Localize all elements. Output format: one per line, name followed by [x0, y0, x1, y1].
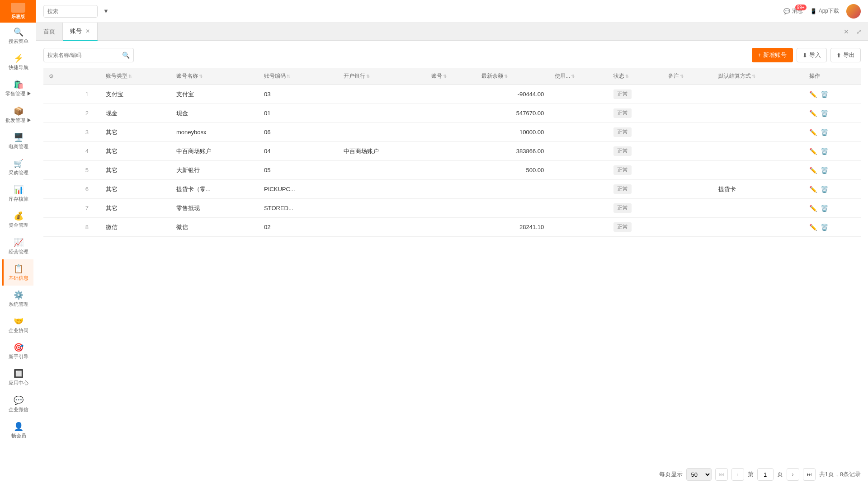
- next-page-button[interactable]: ›: [787, 468, 799, 481]
- export-button[interactable]: ⬆ 导出: [830, 48, 861, 62]
- delete-button[interactable]: 🗑️: [821, 129, 828, 136]
- sidebar-item-app-center[interactable]: 🔲 应用中心: [2, 364, 33, 390]
- message-badge: 99+: [795, 5, 807, 10]
- message-button[interactable]: 💬 消息 99+: [783, 7, 803, 15]
- edit-button[interactable]: ✏️: [809, 129, 817, 136]
- delete-button[interactable]: 🗑️: [821, 167, 828, 174]
- sidebar-item-new-guide[interactable]: 🎯 新手引导: [2, 338, 33, 364]
- accounts-table: ⚙账号类型⇅账号名称⇅账号编码⇅开户银行⇅账号⇅最新余额⇅使用...⇅状态⇅备注…: [43, 68, 861, 237]
- sidebar-item-inventory-check[interactable]: 📊 库存核算: [2, 180, 33, 206]
- header-dropdown[interactable]: ▼: [103, 8, 109, 14]
- sidebar-item-purchase-manage[interactable]: 🛒 采购管理: [2, 154, 33, 180]
- row-account: [426, 218, 476, 237]
- th-default_payment[interactable]: 默认结算方式⇅: [713, 68, 804, 85]
- edit-button[interactable]: ✏️: [809, 167, 817, 174]
- page-size-select[interactable]: 50 100 200: [686, 468, 712, 481]
- add-account-button[interactable]: + 新增账号: [752, 48, 793, 62]
- th-account[interactable]: 账号⇅: [426, 68, 476, 85]
- th-balance[interactable]: 最新余额⇅: [476, 68, 550, 85]
- page-number-input[interactable]: 1: [757, 468, 774, 481]
- row-name: 微信: [171, 218, 259, 237]
- edit-button[interactable]: ✏️: [809, 148, 817, 155]
- delete-button[interactable]: 🗑️: [821, 110, 828, 117]
- th-code[interactable]: 账号编码⇅: [259, 68, 338, 85]
- sidebar-item-member[interactable]: 👤 畅会员: [2, 417, 33, 443]
- edit-button[interactable]: ✏️: [809, 224, 817, 231]
- row-remark: [663, 199, 712, 218]
- row-status: 正常: [608, 161, 663, 180]
- th-status[interactable]: 状态⇅: [608, 68, 663, 85]
- tab-bar: 首页账号✕ ✕ ⤢: [36, 23, 868, 41]
- row-index: 7: [74, 199, 100, 218]
- search-box[interactable]: 🔍: [43, 48, 134, 62]
- row-settings: [43, 104, 74, 123]
- table-row: 3 其它 moneybosx 06 10000.00 正常 ✏️ 🗑️: [43, 123, 861, 142]
- row-settings: [43, 142, 74, 161]
- tab-home[interactable]: 首页: [36, 23, 63, 41]
- sidebar-icon-member: 👤: [14, 422, 24, 432]
- header-search-input[interactable]: [43, 5, 98, 18]
- settings-icon[interactable]: ⚙: [49, 73, 54, 80]
- row-balance: [476, 180, 550, 199]
- last-page-button[interactable]: ⏭: [803, 468, 816, 481]
- row-usage: [549, 161, 608, 180]
- row-remark: [663, 85, 712, 104]
- sidebar-icon-enterprise-protocol: 🤝: [14, 316, 24, 326]
- maximize-button[interactable]: ⤢: [854, 26, 864, 37]
- edit-button[interactable]: ✏️: [809, 186, 817, 193]
- app-icon: 📱: [810, 8, 817, 14]
- row-default-payment: [713, 123, 804, 142]
- edit-button[interactable]: ✏️: [809, 110, 817, 117]
- sidebar-icon-operation-manage: 📈: [14, 238, 24, 248]
- import-button[interactable]: ⬇ 导入: [797, 48, 827, 62]
- sort-icon-status: ⇅: [625, 74, 629, 79]
- search-icon[interactable]: 🔍: [122, 52, 130, 59]
- th-bank[interactable]: 开户银行⇅: [338, 68, 426, 85]
- search-input[interactable]: [47, 52, 122, 58]
- content-area: 🔍 + 新增账号 ⬇ 导入 ⬆ 导出 ⚙账号类型⇅账号名称⇅账号编码⇅开户银行⇅…: [36, 41, 868, 488]
- th-name[interactable]: 账号名称⇅: [171, 68, 259, 85]
- delete-button[interactable]: 🗑️: [821, 205, 828, 212]
- sidebar-item-ecommerce-manage[interactable]: 🖥️ 电商管理: [2, 128, 33, 154]
- sidebar-item-basic-info[interactable]: 📋 基础信息: [2, 259, 33, 286]
- sort-icon-code: ⇅: [287, 74, 290, 79]
- sidebar-item-enterprise-protocol[interactable]: 🤝 企业协同: [2, 312, 33, 338]
- avatar[interactable]: [846, 4, 861, 19]
- edit-button[interactable]: ✏️: [809, 205, 817, 212]
- sidebar-icon-system-manage: ⚙️: [14, 290, 24, 300]
- sidebar-label-search-menu: 搜索菜单: [9, 38, 28, 44]
- th-usage[interactable]: 使用...⇅: [549, 68, 608, 85]
- th-remark[interactable]: 备注⇅: [663, 68, 712, 85]
- sidebar-item-enterprise-wechat[interactable]: 💬 企业微信: [2, 391, 33, 417]
- sidebar-item-system-manage[interactable]: ⚙️ 系统管理: [2, 286, 33, 312]
- tab-account[interactable]: 账号✕: [63, 23, 98, 41]
- delete-button[interactable]: 🗑️: [821, 186, 828, 193]
- close-tab-button[interactable]: ✕: [841, 26, 852, 37]
- app-download-button[interactable]: 📱 App下载: [810, 7, 839, 15]
- delete-button[interactable]: 🗑️: [821, 148, 828, 155]
- sidebar-item-operation-manage[interactable]: 📈 经营管理: [2, 233, 33, 259]
- sidebar-icon-inventory-check: 📊: [14, 185, 24, 195]
- sidebar-item-wholesale-manage[interactable]: 📦 批发管理 ▶: [2, 102, 33, 128]
- sidebar-item-quick-nav[interactable]: ⚡ 快捷导航: [2, 49, 33, 75]
- row-code: 06: [259, 123, 338, 142]
- sidebar-label-enterprise-protocol: 企业协同: [9, 328, 28, 333]
- row-bank: [338, 199, 426, 218]
- edit-button[interactable]: ✏️: [809, 91, 817, 98]
- tab-actions: ✕ ⤢: [841, 26, 868, 37]
- row-account: [426, 123, 476, 142]
- toolbar: 🔍 + 新增账号 ⬇ 导入 ⬆ 导出: [43, 48, 861, 62]
- prev-page-button[interactable]: ‹: [731, 468, 744, 481]
- delete-button[interactable]: 🗑️: [821, 224, 828, 231]
- tab-label-home: 首页: [43, 28, 55, 36]
- th-type[interactable]: 账号类型⇅: [100, 68, 171, 85]
- sidebar-item-search-menu[interactable]: 🔍 搜索菜单: [2, 23, 33, 49]
- sidebar-item-finance-manage[interactable]: 💰 资金管理: [2, 206, 33, 233]
- row-remark: [663, 123, 712, 142]
- first-page-button[interactable]: ⏮: [715, 468, 728, 481]
- row-balance: -90444.00: [476, 85, 550, 104]
- tab-close-account[interactable]: ✕: [85, 28, 90, 34]
- delete-button[interactable]: 🗑️: [821, 91, 828, 98]
- row-status: 正常: [608, 199, 663, 218]
- sidebar-item-retail-manage[interactable]: 🛍️ 零售管理 ▶: [2, 75, 33, 101]
